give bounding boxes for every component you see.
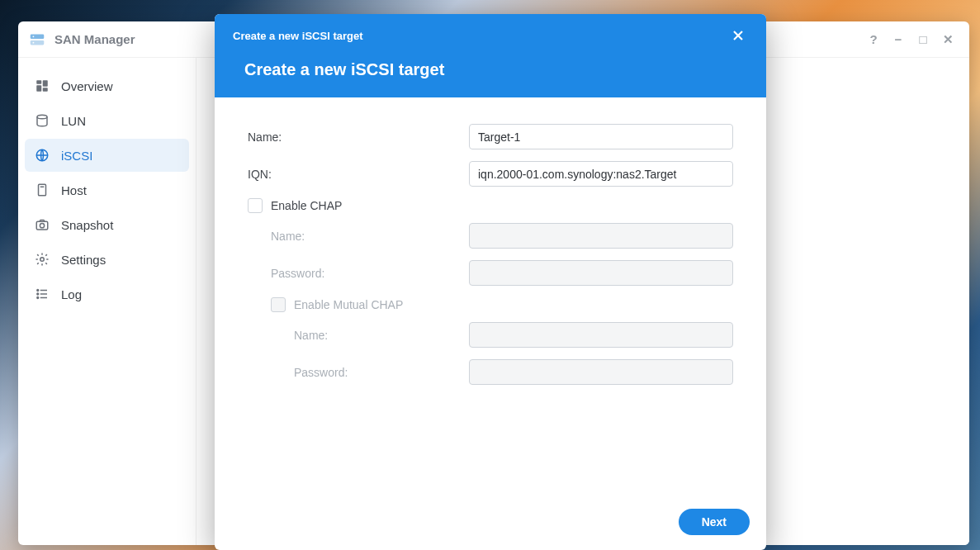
dialog-header: Create a new iSCSI target Create a new i… xyxy=(215,14,766,97)
svg-rect-12 xyxy=(36,221,48,230)
svg-point-15 xyxy=(37,290,39,292)
next-button[interactable]: Next xyxy=(679,509,750,535)
sidebar-item-snapshot[interactable]: Snapshot xyxy=(25,208,189,241)
enable-mutual-chap-checkbox xyxy=(271,297,286,312)
globe-icon xyxy=(33,146,51,164)
svg-point-16 xyxy=(37,293,39,295)
host-icon xyxy=(33,181,51,199)
sidebar-item-lun[interactable]: LUN xyxy=(25,104,189,137)
name-input[interactable] xyxy=(469,124,733,149)
sidebar-item-iscsi[interactable]: iSCSI xyxy=(25,139,189,172)
dialog-breadcrumb: Create a new iSCSI target xyxy=(233,30,363,42)
app-icon xyxy=(28,31,46,49)
dialog-footer: Next xyxy=(215,499,766,550)
close-window-button[interactable]: ✕ xyxy=(936,28,959,51)
name-label: Name: xyxy=(248,130,469,144)
sidebar-item-label: Host xyxy=(61,183,87,197)
svg-point-13 xyxy=(40,224,44,228)
enable-mutual-chap-label: Enable Mutual CHAP xyxy=(294,298,403,311)
sidebar-item-overview[interactable]: Overview xyxy=(25,69,189,102)
mutual-chap-password-input xyxy=(469,359,733,385)
svg-rect-4 xyxy=(36,80,41,84)
minimize-button[interactable]: − xyxy=(887,28,910,51)
sidebar-item-host[interactable]: Host xyxy=(25,173,189,206)
mutual-chap-name-input xyxy=(469,322,733,348)
mutual-chap-name-label: Name: xyxy=(294,329,469,342)
sidebar-item-label: Snapshot xyxy=(61,218,113,232)
sidebar-item-label: Overview xyxy=(61,79,113,93)
dashboard-icon xyxy=(33,77,51,95)
chap-name-label: Name: xyxy=(271,230,469,243)
chap-password-input xyxy=(469,260,733,286)
svg-rect-10 xyxy=(39,184,46,196)
sidebar-item-settings[interactable]: Settings xyxy=(25,243,189,276)
gear-icon xyxy=(33,250,51,268)
svg-point-17 xyxy=(37,297,39,299)
maximize-button[interactable]: □ xyxy=(911,28,935,51)
chap-name-input xyxy=(469,223,733,249)
svg-rect-5 xyxy=(43,80,48,87)
svg-rect-1 xyxy=(31,40,45,44)
svg-point-3 xyxy=(33,41,35,43)
iqn-label: IQN: xyxy=(248,168,469,181)
svg-point-2 xyxy=(33,36,35,37)
chap-password-label: Password: xyxy=(271,267,469,280)
iqn-input[interactable] xyxy=(469,161,733,187)
camera-icon xyxy=(33,216,51,234)
close-icon[interactable] xyxy=(728,26,748,45)
app-title: SAN Manager xyxy=(54,32,135,46)
sidebar-item-label: LUN xyxy=(61,114,86,128)
svg-rect-0 xyxy=(31,34,45,39)
disk-icon xyxy=(33,111,51,130)
enable-chap-label: Enable CHAP xyxy=(271,199,342,212)
sidebar-item-log[interactable]: Log xyxy=(25,277,189,311)
list-icon xyxy=(33,285,51,303)
sidebar-item-label: Log xyxy=(61,287,82,301)
dialog-body: Name: IQN: Enable CHAP Name: Password: xyxy=(215,97,766,499)
create-iscsi-target-dialog: Create a new iSCSI target Create a new i… xyxy=(215,14,766,550)
help-button[interactable]: ? xyxy=(862,28,885,51)
dialog-title: Create a new iSCSI target xyxy=(233,60,748,79)
svg-point-8 xyxy=(37,115,47,119)
sidebar: Overview LUN iSCSI Host xyxy=(18,58,196,545)
svg-rect-6 xyxy=(36,85,41,92)
svg-rect-7 xyxy=(43,88,48,92)
enable-chap-checkbox[interactable] xyxy=(248,198,263,213)
mutual-chap-password-label: Password: xyxy=(294,366,469,379)
svg-point-14 xyxy=(40,258,45,262)
sidebar-item-label: Settings xyxy=(61,253,106,267)
sidebar-item-label: iSCSI xyxy=(61,149,92,163)
